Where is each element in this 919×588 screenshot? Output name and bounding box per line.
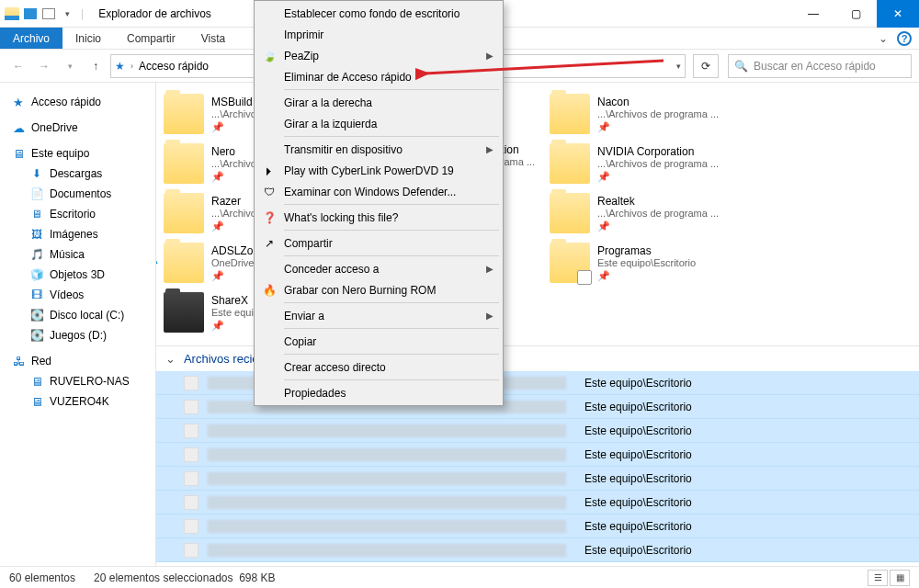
sidebar-item[interactable]: ⬇Descargas — [0, 164, 155, 184]
sidebar-this-pc[interactable]: 🖥 Este equipo — [0, 143, 155, 164]
tab-share[interactable]: Compartir — [114, 28, 188, 49]
qat-item-icon[interactable] — [22, 6, 39, 22]
pin-icon: 📌 — [597, 121, 719, 133]
file-name — [208, 544, 566, 557]
recent-file-row[interactable]: Este equipo\Escritorio — [156, 467, 919, 491]
status-bar: 60 elementos 20 elementos seleccionados … — [0, 566, 919, 588]
close-button[interactable]: ✕ — [877, 0, 919, 28]
menu-item-label: Enviar a — [284, 310, 324, 322]
menu-item-label: Copiar — [284, 335, 316, 348]
folder-item[interactable]: NVIDIA Corporation ...\Archivos de progr… — [546, 140, 730, 187]
context-menu-item[interactable]: Copiar — [256, 331, 501, 352]
minimize-button[interactable]: — — [792, 0, 834, 28]
up-button[interactable]: ↑ — [85, 55, 107, 77]
menu-item-label: Girar a la derecha — [284, 96, 372, 109]
context-menu-item[interactable]: 🔥Grabar con Nero Burning ROM — [256, 279, 501, 300]
sidebar-network[interactable]: 🖧 Red — [0, 351, 155, 371]
file-name — [208, 472, 566, 485]
menu-item-label: Crear acceso directo — [284, 361, 386, 374]
thumbnails-view-button[interactable]: ▦ — [890, 570, 910, 586]
search-placeholder: Buscar en Acceso rápido — [754, 60, 876, 73]
search-input[interactable]: 🔍 Buscar en Acceso rápido — [728, 54, 912, 78]
folder-icon: 📄 — [29, 187, 44, 201]
context-menu-item[interactable]: Girar a la derecha — [256, 92, 501, 113]
recent-file-row[interactable]: Este equipo\Escritorio — [156, 419, 919, 443]
sidebar-item[interactable]: 🖼Imágenes — [0, 224, 155, 244]
folder-path: ...\Archivos de programa ... — [597, 208, 719, 219]
folder-icon — [550, 193, 590, 233]
recent-file-row[interactable]: Este equipo\Escritorio — [156, 491, 919, 514]
context-menu-item[interactable]: Crear acceso directo — [256, 356, 501, 378]
recent-dropdown-icon[interactable]: ▾ — [59, 55, 81, 77]
context-menu-item[interactable]: Propiedades — [256, 382, 501, 403]
sidebar-quick-access[interactable]: ★ Acceso rápido — [0, 92, 155, 112]
folder-icon — [164, 94, 204, 134]
context-menu-item[interactable]: Conceder acceso a▶ — [256, 258, 501, 279]
sidebar-item[interactable]: 💽Disco local (C:) — [0, 305, 155, 325]
recent-file-row[interactable]: Este equipo\Escritorio — [156, 443, 919, 467]
submenu-arrow-icon: ▶ — [486, 311, 494, 321]
tab-home[interactable]: Inicio — [62, 28, 114, 49]
folder-icon: ⬇ — [29, 166, 44, 181]
file-location: Este equipo\Escritorio — [584, 401, 692, 413]
sidebar-item[interactable]: 🧊Objetos 3D — [0, 265, 155, 285]
context-menu-item[interactable]: Imprimir — [256, 24, 501, 45]
tab-file[interactable]: Archivo — [0, 28, 62, 49]
sidebar-item[interactable]: 📄Documentos — [0, 184, 155, 204]
file-location: Este equipo\Escritorio — [584, 496, 692, 509]
sidebar-item[interactable]: 💽Juegos (D:) — [0, 325, 155, 345]
ribbon-collapse-icon[interactable]: ⌄ — [879, 32, 888, 45]
refresh-button[interactable]: ⟳ — [693, 54, 719, 78]
context-menu-item[interactable]: Enviar a▶ — [256, 305, 501, 326]
menu-item-label: Imprimir — [284, 28, 323, 41]
folder-item[interactable]: Programas Este equipo\Escritorio 📌 — [546, 239, 730, 287]
recent-file-row[interactable]: Este equipo\Escritorio — [156, 538, 919, 562]
submenu-arrow-icon: ▶ — [486, 144, 494, 154]
menu-item-label: Girar a la izquierda — [284, 118, 377, 130]
breadcrumb[interactable]: Acceso rápido — [139, 60, 209, 73]
sidebar-item[interactable]: 🎵Música — [0, 244, 155, 265]
forward-button[interactable]: → — [33, 55, 55, 77]
cloud-icon: ☁ — [11, 120, 26, 135]
tab-view[interactable]: Vista — [188, 28, 238, 49]
window-title: Explorador de archivos — [98, 7, 211, 20]
sidebar-item[interactable]: 🎞Vídeos — [0, 285, 155, 305]
pin-icon: 📌 — [597, 220, 719, 232]
computer-icon: 🖥 — [29, 374, 44, 389]
file-name — [208, 424, 566, 437]
file-icon — [184, 400, 199, 414]
context-menu-item[interactable]: Girar a la izquierda — [256, 113, 501, 134]
help-icon[interactable]: ? — [897, 31, 912, 46]
recent-file-row[interactable]: Este equipo\Escritorio — [156, 514, 919, 538]
file-icon — [184, 519, 199, 534]
address-dropdown-icon[interactable]: ▾ — [676, 62, 681, 71]
folder-item[interactable]: Realtek ...\Archivos de programa ... 📌 — [546, 189, 730, 237]
context-menu-item[interactable]: 🍃PeaZip▶ — [256, 45, 501, 66]
context-menu: Establecer como fondo de escritorioImpri… — [254, 0, 504, 406]
qat-dropdown-icon[interactable]: ▾ — [59, 6, 75, 22]
context-menu-item[interactable]: 🛡Examinar con Windows Defender... — [256, 181, 501, 202]
file-name — [208, 448, 566, 461]
back-button[interactable]: ← — [7, 55, 29, 77]
menu-item-label: Eliminar de Acceso rápido — [284, 71, 412, 84]
context-menu-item[interactable]: ⏵Play with CyberLink PowerDVD 19 — [256, 160, 501, 181]
menu-item-icon: ↗ — [262, 236, 277, 251]
sidebar-item[interactable]: 🖥Escritorio — [0, 204, 155, 224]
menu-item-label: Play with CyberLink PowerDVD 19 — [284, 164, 454, 177]
folder-item[interactable]: Nacon ...\Archivos de programa ... 📌 — [546, 90, 730, 138]
qat-item-icon[interactable] — [40, 6, 57, 22]
context-menu-item[interactable]: Transmitir en dispositivo▶ — [256, 139, 501, 160]
context-menu-item[interactable]: ↗Compartir — [256, 232, 501, 254]
sidebar-item[interactable]: 🖥RUVELRO-NAS — [0, 371, 155, 391]
folder-icon: 💽 — [29, 308, 44, 322]
maximize-button[interactable]: ▢ — [834, 0, 877, 28]
menu-item-label: Conceder acceso a — [284, 263, 379, 276]
context-menu-item[interactable]: Eliminar de Acceso rápido — [256, 66, 501, 87]
sidebar-onedrive[interactable]: ☁ OneDrive — [0, 118, 155, 138]
sidebar-item[interactable]: 🖥VUZERO4K — [0, 391, 155, 412]
context-menu-item[interactable]: Establecer como fondo de escritorio — [256, 3, 501, 24]
details-view-button[interactable]: ☰ — [868, 570, 888, 586]
folder-name: Realtek — [597, 195, 719, 208]
folder-icon — [164, 193, 204, 233]
context-menu-item[interactable]: ❓What's locking this file? — [256, 207, 501, 228]
